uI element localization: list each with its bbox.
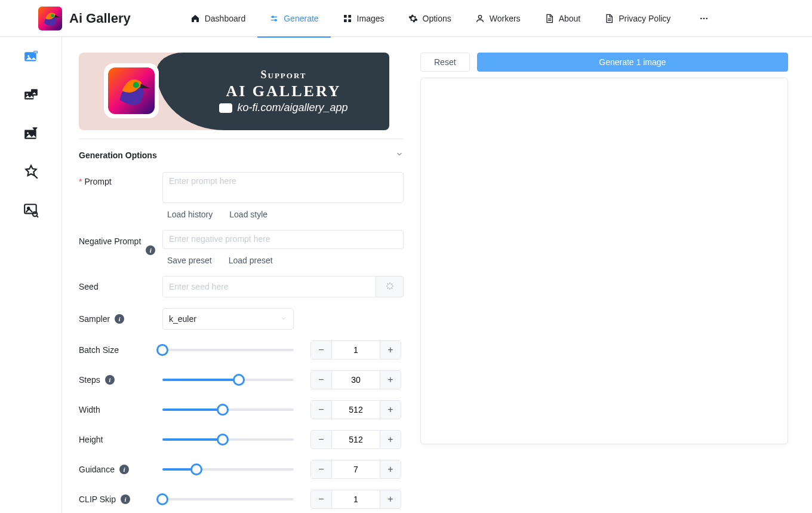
clipskip-value[interactable] xyxy=(331,490,380,508)
load-style-link[interactable]: Load style xyxy=(229,210,267,219)
svg-rect-19 xyxy=(33,51,38,53)
svg-rect-20 xyxy=(34,51,36,52)
increment-button[interactable]: + xyxy=(380,371,401,389)
banner-kofi-text: ❤ ko-fi.com/aigallery_app xyxy=(219,102,347,114)
grid-icon xyxy=(343,14,352,23)
info-icon[interactable]: i xyxy=(146,245,155,255)
steps-value[interactable] xyxy=(331,371,380,389)
increment-button[interactable]: + xyxy=(380,460,401,478)
decrement-button[interactable]: − xyxy=(311,371,331,389)
width-value[interactable] xyxy=(331,401,380,419)
sampler-label: Sampler xyxy=(79,314,110,324)
sidebar-item-img2img[interactable] xyxy=(23,87,39,104)
image-preview-panel xyxy=(420,78,788,444)
banner-logo-icon xyxy=(104,63,159,118)
svg-point-15 xyxy=(700,17,702,19)
nav-options[interactable]: Options xyxy=(396,0,463,37)
prompt-input[interactable] xyxy=(162,172,404,203)
top-nav: Dashboard Generate Images Options Worker… xyxy=(179,0,721,37)
guidance-value[interactable] xyxy=(331,460,380,478)
sidebar-item-inpaint[interactable] xyxy=(23,125,39,142)
info-icon[interactable]: i xyxy=(119,465,129,474)
negative-prompt-input[interactable] xyxy=(162,230,404,249)
decrement-button[interactable]: − xyxy=(311,490,331,508)
section-header[interactable]: Generation Options xyxy=(79,150,404,160)
dice-icon xyxy=(386,282,394,292)
nav-about[interactable]: About xyxy=(533,0,593,37)
width-label: Width xyxy=(79,405,100,414)
sidebar-item-magic[interactable] xyxy=(23,164,39,180)
sidebar xyxy=(0,37,62,513)
svg-line-28 xyxy=(34,175,37,178)
info-icon[interactable]: i xyxy=(105,375,115,385)
logo[interactable]: Ai Gallery xyxy=(38,7,131,30)
clipskip-stepper: − + xyxy=(310,490,401,509)
height-value[interactable] xyxy=(331,431,380,449)
nav-images[interactable]: Images xyxy=(331,0,396,37)
more-icon xyxy=(699,14,709,23)
info-icon[interactable]: i xyxy=(115,314,124,324)
nav-generate[interactable]: Generate xyxy=(257,0,330,37)
load-history-link[interactable]: Load history xyxy=(167,210,213,219)
height-slider[interactable] xyxy=(162,437,294,443)
sampler-select[interactable]: k_euler xyxy=(162,308,294,330)
nav-more[interactable] xyxy=(687,0,721,37)
svg-rect-21 xyxy=(34,53,36,53)
nav-workers[interactable]: Workers xyxy=(463,0,533,37)
svg-point-22 xyxy=(27,55,29,57)
kofi-heart-icon: ❤ xyxy=(219,103,232,113)
clipskip-slider[interactable] xyxy=(162,496,294,502)
increment-button[interactable]: + xyxy=(380,341,401,359)
nav-label: Privacy Policy xyxy=(619,14,670,23)
banner-title-text: AI GALLERY xyxy=(226,82,341,100)
divider xyxy=(79,139,404,139)
gear-icon xyxy=(408,14,418,23)
svg-rect-7 xyxy=(348,15,351,18)
nav-label: Images xyxy=(357,14,385,23)
support-banner[interactable]: Support AI GALLERY ❤ ko-fi.com/aigallery… xyxy=(79,53,389,130)
sidebar-item-search-image[interactable] xyxy=(23,202,39,219)
batch-value[interactable] xyxy=(331,341,380,359)
batch-stepper: − + xyxy=(310,340,401,360)
top-header: Ai Gallery Dashboard Generate Images Opt… xyxy=(0,0,812,37)
width-stepper: − + xyxy=(310,400,401,419)
nav-label: About xyxy=(559,14,581,23)
height-stepper: − + xyxy=(310,430,401,449)
svg-point-33 xyxy=(133,82,139,88)
document-icon xyxy=(604,14,614,23)
svg-point-16 xyxy=(703,17,705,19)
width-slider[interactable] xyxy=(162,407,294,413)
steps-stepper: − + xyxy=(310,370,401,389)
guidance-stepper: − + xyxy=(310,460,401,479)
height-label: Height xyxy=(79,435,103,444)
svg-point-24 xyxy=(26,94,28,96)
steps-slider[interactable] xyxy=(162,377,294,383)
nav-privacy[interactable]: Privacy Policy xyxy=(592,0,682,37)
increment-button[interactable]: + xyxy=(380,490,401,508)
load-preset-link[interactable]: Load preset xyxy=(229,256,273,265)
svg-point-4 xyxy=(272,16,274,18)
decrement-button[interactable]: − xyxy=(311,341,331,359)
svg-point-27 xyxy=(27,133,29,134)
user-icon xyxy=(475,14,485,23)
guidance-slider[interactable] xyxy=(162,466,294,472)
save-preset-link[interactable]: Save preset xyxy=(167,256,212,265)
increment-button[interactable]: + xyxy=(380,431,401,449)
decrement-button[interactable]: − xyxy=(311,401,331,419)
svg-point-10 xyxy=(478,15,481,18)
nav-dashboard[interactable]: Dashboard xyxy=(179,0,258,37)
decrement-button[interactable]: − xyxy=(311,460,331,478)
svg-line-32 xyxy=(36,216,38,217)
increment-button[interactable]: + xyxy=(380,401,401,419)
seed-input[interactable] xyxy=(162,276,376,297)
decrement-button[interactable]: − xyxy=(311,431,331,449)
randomize-seed-button[interactable] xyxy=(376,276,404,297)
reset-button[interactable]: Reset xyxy=(420,53,470,72)
sliders-icon xyxy=(269,14,279,23)
home-icon xyxy=(190,14,200,23)
info-icon[interactable]: i xyxy=(121,494,130,504)
nav-label: Workers xyxy=(490,14,521,23)
batch-slider[interactable] xyxy=(162,347,294,353)
sidebar-item-text2img[interactable] xyxy=(23,49,39,66)
generate-button[interactable]: Generate 1 image xyxy=(477,53,788,72)
